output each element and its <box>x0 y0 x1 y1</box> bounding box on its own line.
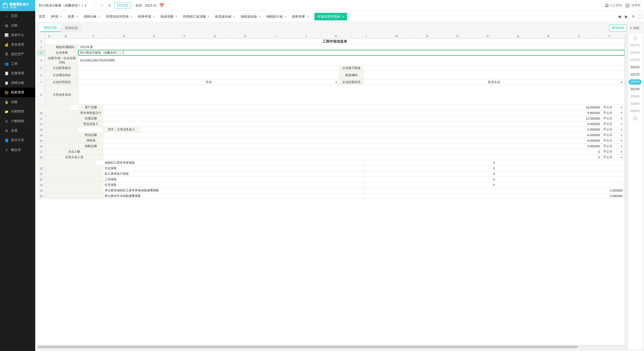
disclosure-dropdown[interactable]: 不公示 <box>602 121 624 127</box>
nav-xc[interactable]: G小畅报销 <box>0 116 35 126</box>
tab-item[interactable]: 发票✕ <box>68 14 78 19</box>
row-header[interactable]: 24 <box>37 188 45 193</box>
cell[interactable]: 0 <box>364 182 624 188</box>
col-header[interactable]: H <box>230 34 261 39</box>
cell-selected[interactable]: 刘小艳演示账套（勿删勿动！）1 <box>78 50 624 55</box>
close-icon[interactable]: ✕ <box>76 15 78 18</box>
nav-ledger[interactable]: ▤总账 <box>0 21 35 30</box>
row-header[interactable]: 21 <box>37 171 45 177</box>
row-header[interactable]: 10 <box>37 110 45 116</box>
row-header[interactable]: 25 <box>37 193 45 199</box>
col-header[interactable]: N <box>412 34 442 39</box>
col-header[interactable]: E <box>139 34 170 39</box>
close-icon[interactable]: ✕ <box>98 15 100 18</box>
sub-tab-basic[interactable]: 基础信息 <box>40 24 61 32</box>
tab-close-all-icon[interactable]: ✕ <box>630 11 637 22</box>
cell[interactable] <box>78 71 339 79</box>
disclosure-dropdown[interactable]: 不公示 <box>602 110 624 116</box>
nav-asset[interactable]: 🗄固定资产 <box>0 49 35 59</box>
row-header[interactable]: 16 <box>37 144 45 149</box>
nav-fund[interactable]: 💰资金管理 <box>0 40 35 49</box>
tab-item[interactable]: 所得税汇算清缴✕ <box>183 14 210 19</box>
tab-item[interactable]: 纳税波动表✕ <box>241 14 261 19</box>
close-icon[interactable]: ✕ <box>307 15 309 18</box>
row-header[interactable]: 12 <box>37 121 45 127</box>
tab-item[interactable]: 税检专家✕ <box>292 14 309 19</box>
close-icon[interactable]: ✕ <box>284 15 287 18</box>
sub-tab-other[interactable]: 其他信息 <box>61 24 82 32</box>
col-header[interactable]: T <box>594 34 625 39</box>
year-down-icon[interactable]: ﹀ <box>633 116 638 121</box>
close-icon[interactable]: ✕ <box>130 15 133 18</box>
year-option[interactable]: 2020年 <box>629 65 641 70</box>
col-header[interactable]: G <box>200 34 230 39</box>
cell[interactable]: 0 <box>103 149 602 154</box>
cell[interactable]: 0.000000 <box>140 127 602 132</box>
disclosure-dropdown[interactable]: 不公示 <box>602 138 624 143</box>
row-header[interactable]: 15 <box>37 138 45 143</box>
col-header[interactable]: D <box>109 34 139 39</box>
row-header[interactable]: 2 <box>37 45 45 50</box>
period-value[interactable]: 2023-11 <box>145 4 157 7</box>
nav-pst[interactable]: 📋进销台账 <box>0 78 35 88</box>
gear-icon[interactable]: ⚙ <box>107 3 112 9</box>
year-option[interactable]: 2021年 <box>629 72 641 77</box>
cell[interactable]: 0 <box>364 160 624 165</box>
cell[interactable]: 9.992000 <box>103 110 602 116</box>
cell[interactable]: 91320811MA7NGR2W6R <box>78 56 624 65</box>
col-header[interactable]: Q <box>503 34 534 39</box>
row-header[interactable]: 5 <box>37 65 45 71</box>
cell[interactable]: 0.000000 <box>103 121 602 127</box>
tab-item[interactable]: 税负波动表✕ <box>215 14 235 19</box>
cell[interactable]: 0 <box>364 171 624 177</box>
year-up-icon[interactable]: ︿ <box>633 36 638 41</box>
tab-item[interactable]: 首页 <box>39 14 45 19</box>
nav-close-period[interactable]: 🔒结账 <box>0 97 35 107</box>
disclosure-dropdown[interactable]: 不公示 <box>602 105 624 110</box>
plus-icon[interactable]: ＋ <box>99 2 105 9</box>
horizontal-scrollbar[interactable] <box>37 345 624 349</box>
col-header[interactable]: B <box>53 34 78 39</box>
col-header[interactable]: L <box>351 34 382 39</box>
consult-button[interactable]: 🎧 人工咨询 <box>605 3 622 8</box>
row-header[interactable]: 13 <box>37 127 45 132</box>
close-icon[interactable]: ✕ <box>233 15 235 18</box>
nav-report[interactable]: 📊报表中心 <box>0 30 35 40</box>
row-header[interactable]: 7 <box>37 80 45 85</box>
nav-salary[interactable]: 👥工资 <box>0 59 35 68</box>
select-all-corner[interactable] <box>37 34 45 39</box>
cell[interactable]: 0.000000 <box>103 144 602 149</box>
close-icon[interactable]: ✕ <box>60 15 62 18</box>
year-option[interactable]: 2023年 <box>629 87 641 92</box>
cell[interactable]: 0.000000 <box>364 188 624 193</box>
row-header[interactable]: 22 <box>37 177 45 182</box>
tab-item[interactable]: 税务申报✕ <box>138 14 155 19</box>
col-header[interactable]: J <box>291 34 321 39</box>
disclosure-dropdown[interactable]: 不公示 <box>602 116 624 121</box>
tab-item[interactable]: 税表清册✕ <box>160 14 177 19</box>
cell[interactable]: 2022年度 <box>78 45 624 50</box>
row-header[interactable]: 6 <box>37 71 45 79</box>
cell[interactable]: -4.000000 <box>103 132 602 138</box>
col-header[interactable]: O <box>442 34 473 39</box>
row-header[interactable]: 4 <box>37 56 45 65</box>
nav-archive[interactable]: 📁归档管理 <box>0 107 35 116</box>
col-header[interactable]: I <box>260 34 291 39</box>
account-selector[interactable]: 刘小艳演示账套（勿删勿动！）1 <box>39 3 86 8</box>
nav-home[interactable]: ⌂首页 <box>0 11 35 21</box>
cell[interactable]: 0.000000 <box>364 193 624 199</box>
col-header[interactable]: K <box>321 34 352 39</box>
cell[interactable]: 0 <box>364 177 624 182</box>
row-header[interactable]: 11 <box>37 116 45 121</box>
col-header[interactable]: S <box>564 34 594 39</box>
col-header[interactable]: P <box>473 34 503 39</box>
close-icon[interactable]: ✕ <box>259 15 261 18</box>
cell[interactable] <box>364 71 624 79</box>
collapse-year-panel[interactable]: 《 <box>624 34 628 349</box>
nav-member[interactable]: V畅会员 <box>0 145 35 155</box>
nav-settings[interactable]: ⚙设置 <box>0 126 35 135</box>
nav-invoice[interactable]: 🧾发票管理 <box>0 68 35 78</box>
tab-item[interactable]: 年报信息申报表✕ <box>314 13 347 20</box>
col-header[interactable]: M <box>382 34 412 39</box>
col-header[interactable]: R <box>533 34 564 39</box>
